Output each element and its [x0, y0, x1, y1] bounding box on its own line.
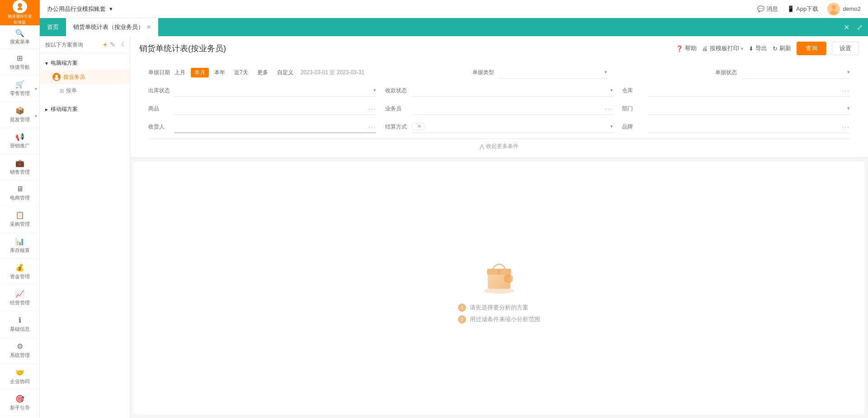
mobile-section-title[interactable]: ▸ 移动端方案	[40, 103, 130, 116]
data-area: ! 1 请先选择要分析的方案	[134, 162, 864, 414]
help-button[interactable]: ❓ 帮助	[676, 44, 697, 52]
msg-button[interactable]: 💬 消息	[757, 5, 778, 13]
desktop-section-title[interactable]: ▾ 电脑端方案	[40, 57, 130, 70]
dept-control[interactable]: ▾	[648, 102, 850, 115]
dept-item: 部门 ▾	[622, 102, 850, 115]
goods-control[interactable]: ···	[175, 102, 376, 115]
filter-area: 单据日期 上月 本月 本年 近7天 更多 自定义 2023-03-01 至 20…	[139, 61, 859, 157]
tab-close-all[interactable]: ✕	[842, 21, 851, 33]
panel-edit-btn[interactable]: ✎	[110, 41, 115, 49]
enterprise-label: 企业协同	[10, 378, 30, 385]
user-profile[interactable]: demo2	[827, 3, 861, 15]
sidebar-item-wholesale[interactable]: 📦 批发管理 ▴	[0, 102, 40, 128]
download-icon: 📱	[787, 5, 794, 12]
sidebar-item-purchase[interactable]: 📋 采购管理	[0, 206, 40, 233]
svg-text:!: !	[507, 276, 508, 281]
brand-control[interactable]: ···	[648, 120, 850, 133]
refresh-icon: ↻	[773, 45, 778, 52]
ecommerce-icon: 🖥	[16, 185, 24, 193]
collapse-label: 收起更多条件	[486, 142, 519, 150]
page-header: 销货单统计表(按业务员) ❓ 帮助 🖨 按模板打印 ▾ ⬇	[130, 36, 868, 158]
sidebar-item-finance[interactable]: 💰 资金管理	[0, 259, 40, 285]
page-header-actions: ❓ 帮助 🖨 按模板打印 ▾ ⬇ 导出 ↻	[676, 42, 859, 55]
ship-status-control[interactable]: ▾	[175, 84, 376, 97]
wholesale-icon: 📦	[15, 106, 24, 115]
brand-sub: 标准版	[14, 19, 26, 25]
msg-label: 消息	[766, 5, 778, 13]
retail-arrow: ▾	[35, 86, 37, 91]
panel-add-btn[interactable]: +	[103, 41, 107, 49]
goods-dots: ···	[368, 105, 376, 112]
staff-filter-control[interactable]: ···	[411, 102, 613, 115]
dept-arrow: ▾	[847, 105, 850, 111]
quick-nav-icon: ⊞	[17, 54, 23, 62]
home-tab-label: 首页	[47, 23, 59, 31]
salesstat-tab-close[interactable]: ✕	[146, 24, 151, 30]
right-content: 销货单统计表(按业务员) ❓ 帮助 🖨 按模板打印 ▾ ⬇	[130, 36, 868, 418]
collect-status-control[interactable]: ▾	[411, 84, 613, 97]
doc-type-control[interactable]: ▾	[500, 66, 607, 79]
collapse-button[interactable]: ⋀ 收起更多条件	[480, 142, 519, 150]
date-btn-lastmonth[interactable]: 上月	[171, 68, 189, 77]
sidebar-item-quick-nav[interactable]: ⊞ 快捷导航	[0, 49, 40, 76]
date-btn-custom[interactable]: 自定义	[274, 68, 297, 77]
mobile-section-arrow: ▸	[45, 106, 48, 113]
template-print-button[interactable]: 🖨 按模板打印 ▾	[702, 44, 743, 52]
top-header: 办公用品行业模拟账套 ▾ 💬 消息 📱 App下载 demo2	[40, 0, 868, 18]
date-filter-row: 单据日期 上月 本月 本年 近7天 更多 自定义 2023-03-01 至 20…	[148, 66, 850, 79]
sidebar-item-retail[interactable]: 🛒 零售管理 ▾	[0, 76, 40, 102]
app-dropdown-arrow[interactable]: ▾	[109, 5, 113, 12]
basic-icon: ℹ	[19, 316, 21, 324]
receiver-label: 收货人	[148, 123, 171, 131]
basic-label: 基础信息	[10, 326, 30, 332]
date-btn-thisyear[interactable]: 本年	[211, 68, 229, 77]
sidebar-item-marketing[interactable]: 📢 营销推广	[0, 128, 40, 154]
user-avatar	[827, 3, 840, 15]
settlement-label: 结算方式	[385, 123, 408, 131]
empty-illustration: ! 1 请先选择要分析的方案	[458, 253, 540, 323]
sidebar-item-inventory[interactable]: 📊 库存核算	[0, 233, 40, 259]
sidebar-item-appstore[interactable]: 🔲 应用中心	[0, 416, 40, 418]
sidebar-item-sales[interactable]: 💼 销售管理	[0, 154, 40, 180]
svg-point-4	[54, 77, 59, 80]
sidebar-item-enterprise[interactable]: 🤝 企业协同	[0, 364, 40, 390]
settings-button[interactable]: 设置	[832, 42, 859, 55]
receiver-control[interactable]: ···	[175, 120, 376, 133]
date-btn-7days[interactable]: 近7天	[231, 68, 252, 77]
sidebar-item-operations[interactable]: 📈 经营管理	[0, 285, 40, 311]
sidebar-item-ecommerce[interactable]: 🖥 电商管理	[0, 180, 40, 206]
tab-expand[interactable]: ⤢	[855, 21, 864, 33]
refresh-button[interactable]: ↻ 刷新	[773, 44, 791, 52]
top-header-left: 办公用品行业模拟账套 ▾	[47, 5, 113, 13]
left-panel-item-staff[interactable]: 按业务员	[40, 70, 130, 84]
purchase-label: 采购管理	[10, 221, 30, 228]
sidebar: 畅捷通好生意 标准版 🔍 搜索菜单 ⊞ 快捷导航 🛒 零售管理 ▾ 📦 批发管理…	[0, 0, 40, 418]
date-btn-thismonth[interactable]: 本月	[191, 68, 209, 77]
tab-home[interactable]: 首页	[40, 18, 66, 36]
left-panel-sub-item-order[interactable]: ⊞ 按单	[40, 84, 130, 97]
settlement-control[interactable]: ✕ ▾	[411, 120, 613, 133]
sidebar-logo: 畅捷通好生意 标准版	[0, 0, 40, 25]
export-button[interactable]: ⬇ 导出	[749, 44, 767, 52]
doc-status-control[interactable]: ▾	[742, 66, 850, 79]
doc-status-label: 单据状态	[715, 69, 742, 76]
tab-salesstat[interactable]: 销货单统计表（按业务员） ✕	[66, 18, 158, 36]
sub-item-label: 按单	[66, 87, 77, 95]
panel-collapse-btn[interactable]: 《	[118, 41, 124, 49]
settlement-clear-btn[interactable]: ✕	[417, 124, 421, 129]
sidebar-item-basic[interactable]: ℹ 基础信息	[0, 311, 40, 337]
sidebar-item-sys[interactable]: ⚙ 系统管理	[0, 337, 40, 364]
date-btn-more[interactable]: 更多	[254, 68, 272, 77]
sidebar-search[interactable]: 🔍 搜索菜单	[0, 25, 40, 49]
date-filter-label: 单据日期	[148, 69, 171, 76]
brand-dots: ···	[842, 123, 850, 130]
print-icon: 🖨	[702, 45, 708, 52]
app-download-label: App下载	[796, 5, 818, 13]
app-download-button[interactable]: 📱 App下载	[787, 5, 818, 13]
ship-status-item: 出库状态 ▾	[148, 84, 376, 97]
sidebar-item-guide[interactable]: 🎯 新手引导	[0, 390, 40, 416]
warehouse-control[interactable]: ···	[648, 84, 850, 97]
query-button[interactable]: 查询	[797, 42, 826, 55]
msg-icon: 💬	[757, 5, 764, 12]
username-label: demo2	[843, 5, 861, 12]
